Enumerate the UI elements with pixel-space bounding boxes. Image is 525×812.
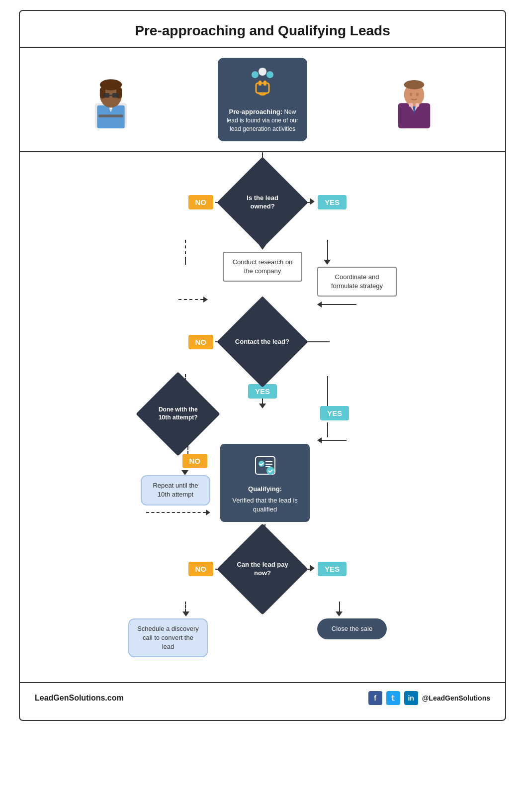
lead-gen-icon-area bbox=[226, 66, 299, 102]
footer-website: LeadGenSolutions.com bbox=[35, 694, 124, 703]
svg-rect-25 bbox=[409, 103, 413, 106]
lead-gen-icon bbox=[245, 66, 280, 101]
svg-point-22 bbox=[404, 80, 425, 89]
diamond-4: Can the lead pay now? bbox=[230, 537, 295, 602]
personas-section: Pre-approaching: New lead is found via o… bbox=[20, 48, 505, 152]
yes-badge-contact: YES bbox=[320, 406, 349, 420]
svg-point-28 bbox=[259, 461, 264, 467]
svg-rect-17 bbox=[263, 81, 266, 86]
linkedin-icon: in bbox=[404, 691, 418, 705]
no-badge-4: NO bbox=[188, 562, 214, 576]
diamond-3: Done with the 10th attempt? bbox=[148, 384, 208, 444]
svg-point-14 bbox=[266, 71, 273, 78]
no-badge-2: NO bbox=[188, 335, 214, 349]
research-box: Conduct research on the company bbox=[223, 252, 302, 282]
svg-point-24 bbox=[416, 93, 419, 96]
no-badge-1: NO bbox=[188, 195, 214, 209]
center-proapproaching-box: Pre-approaching: New lead is found via o… bbox=[218, 58, 307, 141]
svg-rect-11 bbox=[98, 114, 123, 117]
svg-rect-16 bbox=[259, 81, 262, 86]
svg-point-12 bbox=[252, 71, 259, 78]
coordinate-box: Coordinate and formulate strategy bbox=[317, 267, 397, 297]
page-title: Pre-approaching and Qualifying Leads bbox=[30, 23, 495, 39]
footer-social: f 𝕥 in @LeadGenSolutions bbox=[368, 691, 490, 705]
persona-left-avatar bbox=[84, 69, 138, 128]
schedule-box: Schedule a discovery call to convert the… bbox=[128, 618, 208, 658]
yes-badge-1: YES bbox=[318, 195, 347, 209]
svg-point-23 bbox=[410, 93, 413, 96]
footer: LeadGenSolutions.com f 𝕥 in @LeadGenSolu… bbox=[20, 682, 505, 710]
page-container: Pre-approaching and Qualifying Leads bbox=[19, 10, 506, 721]
yes-badge-4: YES bbox=[318, 562, 347, 576]
no-badge-3: NO bbox=[182, 454, 208, 468]
persona-right-avatar bbox=[387, 69, 441, 128]
social-handle: @LeadGenSolutions bbox=[422, 694, 490, 702]
svg-point-32 bbox=[266, 467, 274, 475]
title-section: Pre-approaching and Qualifying Leads bbox=[20, 11, 505, 48]
svg-rect-3 bbox=[109, 109, 112, 110]
flowchart: NO Is the lead owned? YES bbox=[20, 152, 505, 678]
svg-point-13 bbox=[259, 68, 266, 76]
center-box-text: Pre-approaching: New lead is found via o… bbox=[226, 107, 299, 133]
facebook-icon: f bbox=[368, 691, 382, 705]
svg-rect-26 bbox=[416, 103, 419, 106]
diamond-1: Is the lead owned? bbox=[230, 170, 295, 235]
close-sale-box: Close the sale bbox=[317, 618, 387, 639]
persona-right bbox=[379, 69, 449, 130]
svg-rect-15 bbox=[256, 83, 269, 93]
persona-left bbox=[76, 69, 146, 130]
twitter-icon: 𝕥 bbox=[386, 691, 400, 705]
qualifying-icon bbox=[252, 452, 279, 479]
qualifying-box: Qualifying: Verified that the lead is qu… bbox=[220, 444, 310, 522]
svg-rect-9 bbox=[112, 93, 118, 98]
repeat-box: Repeat until the 10th attempt bbox=[141, 475, 210, 505]
svg-rect-8 bbox=[103, 93, 109, 98]
diamond-2: Contact the lead? bbox=[230, 309, 295, 374]
